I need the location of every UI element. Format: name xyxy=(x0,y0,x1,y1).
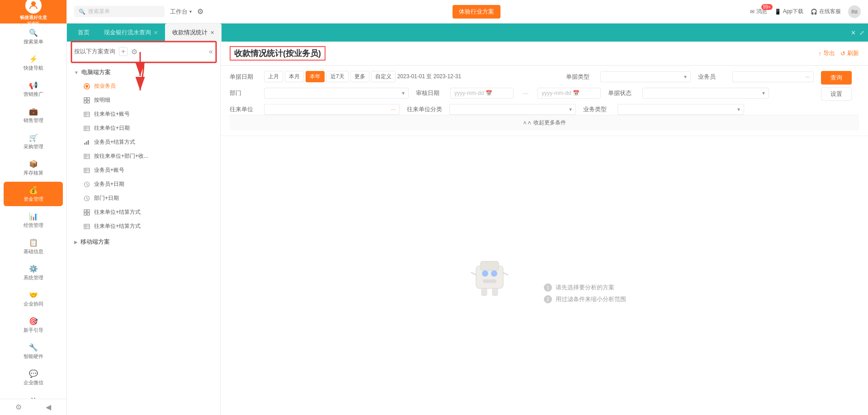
download-icon: 📱 xyxy=(774,9,781,15)
service-icon: 🎧 xyxy=(811,9,817,15)
filter-dept-select[interactable]: ▾ xyxy=(264,88,409,99)
user-avatar[interactable]: Rit xyxy=(848,5,861,18)
marketing-icon: 📢 xyxy=(29,80,38,90)
sidebar-item-search-menu[interactable]: 🔍 搜索菜单 xyxy=(0,24,66,50)
tab-home[interactable]: 首页 xyxy=(71,24,97,42)
message-button[interactable]: ✉ 消息 99+ xyxy=(750,8,767,15)
online-service-button[interactable]: 🎧 在线客服 xyxy=(811,8,841,15)
tree-child-unit-account[interactable]: 往来单位+账号 xyxy=(67,107,220,121)
date-btn-custom[interactable]: 自定义 xyxy=(371,71,396,82)
salesperson-icon xyxy=(83,83,90,90)
topbar-search[interactable]: 🔍 搜索菜单 xyxy=(74,6,165,17)
sidebar-item-basic-info[interactable]: 📋 基础信息 xyxy=(0,233,66,259)
filter-voucher-status-select[interactable]: ▾ xyxy=(642,88,769,99)
page-header-actions: ↑ 导出 ↺ 刷新 xyxy=(819,49,859,57)
sidebar-item-finance[interactable]: 💰 资金管理 xyxy=(4,182,63,206)
sidebar-item-wechat[interactable]: 💬 企业微信 xyxy=(0,364,66,391)
filter-partner-category-select[interactable]: ▾ xyxy=(449,104,576,115)
tree-child-unit-settlement3[interactable]: 往来单位+结算方式 xyxy=(67,219,220,233)
tree-child-sales-account[interactable]: 业务员+账号 xyxy=(67,163,220,177)
filter-salesperson-select[interactable]: ··· xyxy=(732,71,814,82)
date-btn-this-month[interactable]: 本月 xyxy=(285,71,304,82)
filter-review-date-start[interactable]: yyyy-mm-dd 📅 xyxy=(450,88,514,99)
more-icon: ··· xyxy=(805,74,810,80)
chevron-down-icon: ▾ xyxy=(569,106,572,113)
tab-receipt-stats[interactable]: 收款情况统计 ✕ xyxy=(165,24,222,42)
tree-child-unit-date[interactable]: 往来单位+日期 xyxy=(67,121,220,135)
sidebar-item-marketing[interactable]: 📢 营销推广 xyxy=(0,76,66,102)
tab-bank-flow-close[interactable]: ✕ xyxy=(154,30,158,36)
date-btn-7days[interactable]: 近7天 xyxy=(326,71,349,82)
sidebar-item-inventory[interactable]: 📦 库存核算 xyxy=(0,155,66,181)
filter-rows-main: 单据日期 上月 本月 本年 近7天 更多 自定义 2023-01-01 至 20… xyxy=(230,71,814,115)
panel-settings-icon[interactable]: ⚙ xyxy=(131,47,137,56)
filter-partner-input[interactable]: ··· xyxy=(264,104,400,115)
sidebar-item-operations[interactable]: 📊 经营管理 xyxy=(0,207,66,233)
topbar-dropdown[interactable]: 工作台 ▾ xyxy=(170,8,192,16)
date-btn-more[interactable]: 更多 xyxy=(350,71,369,82)
tree-child-sales-settlement[interactable]: 业务员+结算方式 xyxy=(67,135,220,149)
maximize-icon[interactable]: ⤢ xyxy=(859,29,864,36)
sidebar-settings-icon[interactable]: ⚙ xyxy=(15,403,22,411)
sidebar-item-enterprise[interactable]: 🤝 企业协同 xyxy=(0,286,66,312)
empty-content: 1 请先选择要分析的方案 2 用过滤条件来缩小分析范围 xyxy=(462,248,626,303)
filter-business-type-select[interactable]: ▾ xyxy=(618,104,744,115)
date-btn-last-month[interactable]: 上月 xyxy=(264,71,283,82)
sidebar-nav: 🔍 搜索菜单 ⚡ 快捷导航 📢 营销推广 💼 销售管理 🛒 采购管理 📦 库存核… xyxy=(0,24,66,399)
settings-button[interactable]: 设置 xyxy=(821,87,852,101)
tree-child-unit-dept[interactable]: 按往来单位+部门+收... xyxy=(67,149,220,163)
tree-child-sales-date[interactable]: 业务员+日期 xyxy=(67,177,220,191)
action-buttons: 查询 设置 xyxy=(814,71,859,101)
export-button[interactable]: ↑ 导出 xyxy=(819,49,835,57)
close-all-icon[interactable]: ✕ xyxy=(851,29,856,36)
filter-voucher-type-select[interactable]: ▾ xyxy=(600,71,691,82)
app-download-button[interactable]: 📱 App下载 xyxy=(774,8,803,15)
sidebar-item-guide[interactable]: 🎯 新手引导 xyxy=(0,312,66,338)
sidebar-item-hardware[interactable]: 🔧 智能硬件 xyxy=(0,338,66,364)
calendar-icon-start: 📅 xyxy=(486,90,492,96)
tree-child-sales-settlement-label: 业务员+结算方式 xyxy=(94,138,135,146)
tree-child-dept-date[interactable]: 部门+日期 xyxy=(67,191,220,205)
svg-rect-22 xyxy=(84,168,90,173)
empty-tip-2: 2 用过滤条件来缩小分析范围 xyxy=(544,295,626,303)
sidebar-item-purchase[interactable]: 🛒 采购管理 xyxy=(0,128,66,155)
tree-child-unit-settlement2-label: 往来单位+结算方式 xyxy=(94,208,141,216)
tree-child-unit-settlement2[interactable]: 往来单位+结算方式 xyxy=(67,205,220,219)
sidebar-item-quick-nav[interactable]: ⚡ 快捷导航 xyxy=(0,50,66,76)
panel-add-icon[interactable]: + xyxy=(119,47,127,56)
sidebar-collapse-icon[interactable]: ◀ xyxy=(46,403,51,411)
collapse-more-button[interactable]: ∧∧ 收起更多条件 xyxy=(230,115,859,130)
sidebar-item-sales[interactable]: 💼 销售管理 xyxy=(0,102,66,128)
partner-more-icon[interactable]: ··· xyxy=(391,106,396,113)
tab-receipt-stats-close[interactable]: ✕ xyxy=(210,30,214,36)
filter-review-date-end[interactable]: yyyy-mm-dd 📅 xyxy=(538,88,601,99)
tree-child-by-salesperson[interactable]: 按业务员 xyxy=(67,79,220,93)
tree-parent-mobile[interactable]: ▶ 移动端方案 xyxy=(67,235,220,249)
refresh-button[interactable]: ↺ 刷新 xyxy=(840,49,859,57)
sales-icon: 💼 xyxy=(29,107,38,116)
topbar-search-icon: 🔍 xyxy=(79,9,85,15)
sales-settlement-icon xyxy=(83,139,90,146)
panel-collapse-icon[interactable]: « xyxy=(209,47,213,56)
sidebar-item-member[interactable]: V 畅会员 xyxy=(0,391,66,399)
tree-child-by-detail[interactable]: 按明细 xyxy=(67,93,220,107)
sidebar-item-label: 系统管理 xyxy=(24,274,43,281)
topbar-gear-icon[interactable]: ⚙ xyxy=(197,7,203,16)
sidebar-item-label: 资金管理 xyxy=(24,196,43,203)
sidebar-item-label: 新手引导 xyxy=(24,327,43,334)
sidebar-item-label: 销售管理 xyxy=(24,117,43,124)
empty-illustration xyxy=(462,248,517,303)
filter-review-date-label: 审核日期 xyxy=(416,89,443,97)
sidebar-item-label: 库存核算 xyxy=(24,170,43,176)
scheme-button[interactable]: 体验行业方案 xyxy=(453,5,500,19)
svg-point-2 xyxy=(85,85,88,88)
svg-rect-30 xyxy=(84,213,86,215)
tree-parent-pc[interactable]: ▼ 电脑端方案 xyxy=(67,66,220,79)
sidebar-item-system[interactable]: ⚙️ 系统管理 xyxy=(0,259,66,286)
tab-bank-flow[interactable]: 现金银行流水查询 ✕ xyxy=(97,24,165,42)
svg-rect-37 xyxy=(481,261,499,270)
tree-child-unit-dept-label: 按往来单位+部门+收... xyxy=(94,152,148,160)
date-btn-this-year[interactable]: 本年 xyxy=(306,71,325,82)
query-button[interactable]: 查询 xyxy=(821,71,852,85)
svg-rect-32 xyxy=(84,224,90,229)
